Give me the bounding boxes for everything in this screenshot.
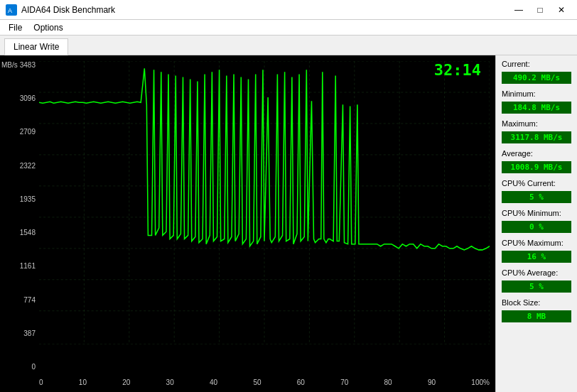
average-label: Average: <box>502 149 571 158</box>
current-value: 490.2 MB/s <box>502 72 571 84</box>
average-value: 1008.9 MB/s <box>502 161 571 173</box>
x-axis-labels: 0 10 20 30 40 50 60 70 80 90 100% <box>39 379 490 386</box>
menu-options[interactable]: Options <box>28 21 68 33</box>
y-label-774: 774 <box>1 296 36 304</box>
y-label-2322: 2322 <box>1 162 36 170</box>
cpu-minimum-value: 0 % <box>502 221 571 233</box>
y-label-387: 387 <box>1 330 36 337</box>
y-label-1935: 1935 <box>1 195 36 203</box>
y-label-2709: 2709 <box>1 128 36 136</box>
y-label-1161: 1161 <box>1 262 36 270</box>
x-label-60: 60 <box>297 379 305 386</box>
cpu-current-label: CPU% Current: <box>502 179 571 187</box>
x-label-40: 40 <box>210 379 217 386</box>
app-icon: A <box>6 4 17 16</box>
cpu-maximum-value: 16 % <box>502 251 571 263</box>
cpu-minimum-label: CPU% Minimum: <box>502 209 571 217</box>
x-label-80: 80 <box>384 379 392 386</box>
cpu-average-label: CPU% Average: <box>502 268 571 277</box>
current-label: Current: <box>502 60 571 68</box>
side-panel: Current: 490.2 MB/s Minimum: 184.8 MB/s … <box>495 55 577 392</box>
x-label-90: 90 <box>428 379 436 386</box>
menu-bar: File Options <box>0 20 577 36</box>
window-title: AIDA64 Disk Benchmark <box>21 5 115 15</box>
chart-svg <box>39 61 490 344</box>
close-button[interactable]: ✕ <box>551 3 571 17</box>
window-controls: — □ ✕ <box>509 3 571 17</box>
y-label-3483: 3483 <box>1 61 36 69</box>
main-content: 32:14 MB/s 3483 3096 2709 2322 1935 1548… <box>0 55 577 392</box>
x-label-100: 100% <box>471 379 490 386</box>
x-label-20: 20 <box>122 379 130 386</box>
menu-file[interactable]: File <box>3 21 28 33</box>
y-label-1548: 1548 <box>1 229 36 236</box>
block-size-label: Block Size: <box>502 298 571 307</box>
x-label-10: 10 <box>79 379 87 386</box>
x-label-30: 30 <box>166 379 174 386</box>
maximum-value: 3117.8 MB/s <box>502 131 571 143</box>
y-axis-labels: 3483 3096 2709 2322 1935 1548 1161 774 3… <box>1 61 36 371</box>
cpu-current-value: 5 % <box>502 191 571 203</box>
maximize-button[interactable]: □ <box>530 3 550 17</box>
chart-area: 32:14 MB/s 3483 3096 2709 2322 1935 1548… <box>0 55 495 392</box>
maximum-label: Maximum: <box>502 119 571 128</box>
svg-text:A: A <box>8 7 12 14</box>
minimum-label: Minimum: <box>502 89 571 98</box>
y-label-0: 0 <box>1 363 36 371</box>
tab-linear-write[interactable]: Linear Write <box>4 38 68 55</box>
minimize-button[interactable]: — <box>509 3 529 17</box>
cpu-average-value: 5 % <box>502 281 571 293</box>
x-label-50: 50 <box>253 379 261 386</box>
tab-bar: Linear Write <box>0 36 577 55</box>
cpu-maximum-label: CPU% Maximum: <box>502 239 571 247</box>
x-label-0: 0 <box>39 379 43 386</box>
block-size-value: 8 MB <box>502 310 571 322</box>
y-label-3096: 3096 <box>1 94 36 102</box>
title-bar: A AIDA64 Disk Benchmark — □ ✕ <box>0 0 577 20</box>
minimum-value: 184.8 MB/s <box>502 102 571 114</box>
x-label-70: 70 <box>340 379 348 386</box>
